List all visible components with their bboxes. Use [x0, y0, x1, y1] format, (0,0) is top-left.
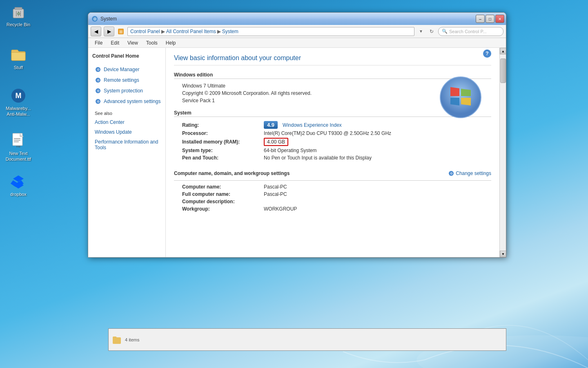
address-path[interactable]: Control Panel ▶ All Control Panel Items … [127, 27, 414, 36]
file-explorer-window: 4 items [108, 328, 506, 351]
change-settings-icon: ⚙ [448, 171, 454, 176]
wei-badge: 4.9 [264, 121, 278, 129]
remote-settings-label: Remote settings [104, 77, 139, 83]
svg-rect-2 [15, 7, 22, 9]
scroll-track[interactable] [500, 54, 506, 251]
system-type-row: System type: 64-bit Operating System [182, 148, 491, 153]
malwarebytes-label: Malwareby...Anti-Malw... [6, 105, 31, 117]
scroll-down-button[interactable]: ▼ [500, 251, 506, 257]
rating-label: Rating: [182, 122, 264, 128]
main-panel: ? View basic information about your comp… [166, 48, 499, 257]
system-protection-icon: ⚙ [95, 88, 101, 94]
desktop-icon-recycle-bin[interactable]: ♻ Recycle Bin [2, 2, 35, 29]
refresh-button[interactable]: ↻ [428, 27, 436, 36]
pen-touch-row: Pen and Touch: No Pen or Touch Input is … [182, 155, 491, 161]
svg-text:⚙: ⚙ [97, 79, 100, 82]
comp-name-header: Computer name, domain, and workgroup set… [174, 171, 491, 177]
system-type-value: 64-bit Operating System [264, 148, 316, 153]
change-settings-label: Change settings [456, 171, 491, 176]
minimize-button[interactable]: – [476, 15, 485, 23]
system-window: ⚙ System – □ ✕ ◀ ▶ ⊞ Control Panel [88, 12, 506, 258]
page-title: View basic information about your comput… [174, 54, 491, 65]
recycle-bin-label: Recycle Bin [7, 22, 30, 27]
menu-help[interactable]: Help [163, 39, 179, 47]
svg-text:⚙: ⚙ [97, 68, 100, 72]
sidebar-action-center[interactable]: Action Center [88, 117, 165, 127]
action-center-label: Action Center [95, 119, 125, 125]
dropdown-button[interactable]: ▼ [417, 27, 425, 36]
path-control-panel: Control Panel [130, 29, 160, 34]
sidebar-control-panel-home[interactable]: Control Panel Home [88, 51, 165, 61]
windows-logo [438, 75, 483, 121]
processor-row: Processor: Intel(R) Core(TM)2 Duo CPU T9… [182, 130, 491, 136]
search-icon: 🔍 [442, 29, 448, 34]
sidebar-system-protection[interactable]: ⚙ System protection [88, 85, 165, 96]
svg-text:TTF: TTF [16, 146, 21, 148]
window-icon: ⚙ [91, 16, 98, 22]
menu-edit[interactable]: Edit [107, 39, 122, 47]
computer-name-label: Computer name: [182, 184, 264, 190]
computer-desc-label: Computer description: [182, 199, 264, 204]
workgroup-row: Workgroup: WORKGROUP [182, 206, 491, 212]
advanced-settings-label: Advanced system settings [104, 99, 160, 104]
computer-name-section: Computer name, domain, and workgroup set… [174, 167, 491, 212]
desktop-icon-text-doc[interactable]: TTF New Text Document.ttf [2, 131, 35, 164]
workgroup-label: Workgroup: [182, 206, 264, 212]
scroll-thumb[interactable] [500, 58, 506, 83]
svg-rect-11 [14, 140, 20, 141]
system-type-label: System type: [182, 148, 264, 153]
file-explorer-bar: 4 items [112, 335, 503, 345]
processor-label: Processor: [182, 130, 264, 136]
copyright-text: Copyright © 2009 Microsoft Corporation. … [182, 90, 312, 96]
svg-rect-10 [14, 138, 20, 139]
change-settings-button[interactable]: ⚙ Change settings [448, 171, 491, 176]
svg-rect-12 [14, 141, 19, 142]
desktop-icon-malwarebytes[interactable]: M Malwareby...Anti-Malw... [2, 86, 35, 119]
window-controls: – □ ✕ [476, 15, 504, 23]
back-button[interactable]: ◀ [91, 27, 101, 36]
menu-view[interactable]: View [124, 39, 141, 47]
remote-settings-icon: ⚙ [95, 77, 101, 83]
stuff-label: Stuff [14, 65, 23, 70]
device-manager-label: Device Manager [104, 67, 139, 72]
processor-value: Intel(R) Core(TM)2 Duo CPU T9300 @ 2.50G… [264, 130, 391, 136]
sidebar-advanced-system-settings[interactable]: ⚙ Advanced system settings [88, 96, 165, 107]
sidebar-device-manager[interactable]: ⚙ Device Manager [88, 64, 165, 75]
sidebar-windows-update[interactable]: Windows Update [88, 127, 165, 137]
desktop-icon-dropbox[interactable]: dropbox [2, 172, 35, 199]
maximize-button[interactable]: □ [486, 15, 494, 23]
computer-name-value: Pascal-PC [264, 184, 287, 190]
pen-touch-label: Pen and Touch: [182, 155, 264, 161]
items-count: 4 items [125, 337, 139, 342]
svg-text:M: M [16, 92, 22, 100]
folder-icon [112, 335, 122, 345]
scroll-up-button[interactable]: ▲ [500, 48, 506, 54]
desktop-icon-stuff[interactable]: Stuff [2, 45, 35, 72]
full-computer-name-row: Full computer name: Pascal-PC [182, 191, 491, 197]
svg-text:⚙: ⚙ [450, 172, 453, 175]
service-pack-text: Service Pack 1 [182, 98, 215, 103]
content-area: Control Panel Home ⚙ Device Manager ⚙ Re… [88, 48, 506, 257]
system-protection-label: System protection [104, 88, 143, 94]
window-title: System [100, 16, 117, 22]
wei-link[interactable]: Windows Experience Index [283, 122, 342, 128]
dropbox-label: dropbox [10, 191, 27, 197]
menu-bar: File Edit View Tools Help [88, 38, 506, 48]
svg-text:♻: ♻ [17, 11, 20, 16]
close-button[interactable]: ✕ [495, 15, 504, 23]
sidebar: Control Panel Home ⚙ Device Manager ⚙ Re… [88, 48, 166, 257]
sidebar-remote-settings[interactable]: ⚙ Remote settings [88, 75, 165, 85]
menu-file[interactable]: File [91, 39, 106, 47]
svg-point-31 [440, 77, 481, 118]
sidebar-performance-info[interactable]: Performance Information and Tools [88, 137, 165, 153]
menu-tools[interactable]: Tools [143, 39, 161, 47]
recycle-bin-icon: ♻ [10, 4, 27, 20]
windows-update-label: Windows Update [95, 129, 132, 135]
forward-button[interactable]: ▶ [104, 27, 114, 36]
device-manager-icon: ⚙ [95, 66, 101, 73]
help-button[interactable]: ? [483, 49, 491, 58]
search-box[interactable]: 🔍 Search Control P... [438, 27, 503, 36]
dropbox-icon [10, 173, 27, 190]
pen-touch-value: No Pen or Touch Input is available for t… [264, 155, 372, 161]
path-all-items: All Control Panel Items [166, 29, 216, 34]
